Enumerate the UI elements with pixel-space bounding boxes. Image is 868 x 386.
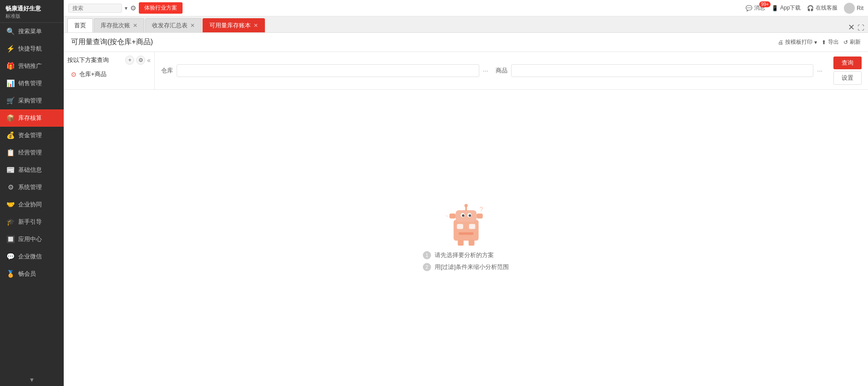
wechat-icon: 💬 <box>6 252 15 261</box>
add-scheme-btn[interactable]: + <box>125 56 134 65</box>
tab-close-icon[interactable]: ✕ <box>254 22 258 29</box>
search-input[interactable] <box>72 5 118 11</box>
online-service-button[interactable]: 🎧 在线客服 <box>807 4 838 12</box>
sidebar-item-label: 应用中心 <box>18 235 42 243</box>
settings-icon[interactable]: ⚙ <box>130 4 136 12</box>
warehouse-label: 仓库 <box>161 67 173 75</box>
scheme-item-icon: ⊙ <box>71 71 76 78</box>
svg-rect-1 <box>457 224 463 229</box>
sidebar-item-member[interactable]: 🏅 畅会员 <box>0 265 64 283</box>
filter-schemes-title: 按以下方案查询 <box>67 56 109 64</box>
sidebar-scroll-down[interactable]: ▼ <box>0 374 64 386</box>
print-action[interactable]: 🖨 按模板打印 ▾ <box>778 38 817 46</box>
query-button[interactable]: 查询 <box>833 57 862 69</box>
tab-summary[interactable]: 收发存汇总表 ✕ <box>145 18 202 32</box>
svg-rect-13 <box>457 240 463 246</box>
user-avatar[interactable]: Rit <box>844 3 863 14</box>
print-dropdown-icon[interactable]: ▾ <box>814 39 817 46</box>
svg-rect-5 <box>449 214 456 219</box>
sidebar-item-label: 采购管理 <box>18 97 42 105</box>
money-icon: 💰 <box>6 131 15 139</box>
sidebar-item-marketing[interactable]: 🎁 营销推广 <box>0 57 64 75</box>
guide-icon: 🎓 <box>6 218 15 226</box>
svg-text:?: ? <box>479 206 483 213</box>
window-close-icon[interactable]: ✕ <box>848 22 855 32</box>
main-area: ▾ ⚙ 体验行业方案 💬 消息 99+ 📱 App下载 🎧 在线客服 Rit <box>64 0 868 386</box>
sidebar-item-label: 企业微信 <box>18 252 42 261</box>
sidebar-item-search[interactable]: 🔍 搜索菜单 <box>0 23 64 40</box>
box-icon: 📦 <box>6 114 15 122</box>
warehouse-more-icon[interactable]: ··· <box>483 67 488 74</box>
newspaper-icon: 📰 <box>6 166 15 174</box>
tab-close-icon[interactable]: ✕ <box>133 22 137 29</box>
sidebar-nav: 🔍 搜索菜单 ⚡ 快捷导航 🎁 营销推广 📊 销售管理 🛒 采购管理 📦 库存核… <box>0 23 64 374</box>
mobile-icon: 📱 <box>772 5 778 11</box>
message-icon: 💬 <box>746 5 752 11</box>
sidebar-item-purchase[interactable]: 🛒 采购管理 <box>0 92 64 109</box>
filter-row: 仓库 ··· 商品 ··· 查询 设置 <box>161 57 862 85</box>
window-expand-icon[interactable]: ⛶ <box>858 24 864 31</box>
trial-button[interactable]: 体验行业方案 <box>139 2 183 14</box>
tab-label: 可用量库存账本 <box>209 21 251 30</box>
filter-schemes-header: 按以下方案查询 + ⚙ « <box>67 56 151 65</box>
warehouse-input[interactable] <box>177 64 479 77</box>
tab-inventory-batch[interactable]: 库存批次账 ✕ <box>94 18 144 32</box>
topbar-right: 💬 消息 99+ 📱 App下载 🎧 在线客服 Rit <box>746 3 863 14</box>
tab-label: 库存批次账 <box>101 21 130 30</box>
sidebar-item-inventory[interactable]: 📦 库存核算 <box>0 109 64 127</box>
tab-home[interactable]: 首页 <box>67 18 93 32</box>
empty-illustration: ? ~ <box>441 201 491 251</box>
sidebar-item-wechat[interactable]: 💬 企业微信 <box>0 248 64 265</box>
sidebar-item-sales[interactable]: 📊 销售管理 <box>0 75 64 92</box>
sidebar-item-label: 资金管理 <box>18 131 42 139</box>
sidebar-item-basics[interactable]: 📰 基础信息 <box>0 161 64 179</box>
export-label: 导出 <box>828 38 839 46</box>
sidebar-item-finance[interactable]: 💰 资金管理 <box>0 127 64 144</box>
refresh-action[interactable]: ↺ 刷新 <box>843 38 861 46</box>
cart-icon: 🛒 <box>6 97 15 105</box>
app-download-button[interactable]: 📱 App下载 <box>772 4 801 12</box>
export-action[interactable]: ⬆ 导出 <box>822 38 839 46</box>
goods-label: 商品 <box>496 67 508 75</box>
search-dropdown-btn[interactable]: ▾ <box>125 5 127 11</box>
collapse-icon[interactable]: « <box>147 57 151 64</box>
empty-hint-2: 2 用[过滤]条件来缩小分析范围 <box>423 263 509 271</box>
svg-rect-14 <box>468 240 474 246</box>
settings-button[interactable]: 设置 <box>833 71 862 85</box>
goods-input[interactable] <box>511 64 814 77</box>
goods-more-icon[interactable]: ··· <box>817 67 822 74</box>
sidebar-item-quicknav[interactable]: ⚡ 快捷导航 <box>0 40 64 57</box>
page-header: 可用量查询(按仓库+商品) 🖨 按模板打印 ▾ ⬆ 导出 ↺ 刷新 <box>64 33 868 52</box>
svg-point-12 <box>464 204 467 207</box>
headset-icon: 🎧 <box>807 5 814 11</box>
search-wrap <box>68 4 122 13</box>
sidebar-item-appstore[interactable]: 🔲 应用中心 <box>0 231 64 248</box>
topbar: ▾ ⚙ 体验行业方案 💬 消息 99+ 📱 App下载 🎧 在线客服 Rit <box>64 0 868 16</box>
app-version: 标准版 <box>5 13 58 20</box>
app-download-label: App下载 <box>780 4 801 12</box>
sidebar-item-enterprise[interactable]: 🤝 企业协同 <box>0 196 64 213</box>
tab-close-icon[interactable]: ✕ <box>190 22 195 29</box>
print-icon: 🖨 <box>778 39 783 46</box>
svg-rect-6 <box>476 214 482 219</box>
tab-available-qty[interactable]: 可用量库存账本 ✕ <box>203 18 265 32</box>
clipboard-icon: 📋 <box>6 149 15 157</box>
print-label: 按模板打印 <box>785 38 812 46</box>
refresh-label: 刷新 <box>850 38 861 46</box>
sidebar-item-label: 经营管理 <box>18 149 42 157</box>
scheme-item-warehouse[interactable]: ⊙ 仓库+商品 <box>67 67 151 81</box>
scheme-actions: + ⚙ « <box>125 56 151 65</box>
scheme-item-label: 仓库+商品 <box>79 70 107 78</box>
hint-num-2: 2 <box>423 263 431 271</box>
sidebar-item-newbie[interactable]: 🎓 新手引导 <box>0 213 64 231</box>
sidebar-item-system[interactable]: ⚙ 系统管理 <box>0 179 64 196</box>
edit-scheme-btn[interactable]: ⚙ <box>136 56 145 65</box>
svg-rect-3 <box>458 232 473 235</box>
empty-hint-1: 1 请先选择要分析的方案 <box>423 251 509 259</box>
message-button[interactable]: 💬 消息 99+ <box>746 4 765 12</box>
filter-fields-panel: 仓库 ··· 商品 ··· 查询 设置 <box>155 52 868 89</box>
sidebar-item-label: 畅会员 <box>18 270 36 278</box>
member-icon: 🏅 <box>6 270 15 278</box>
sidebar-item-operations[interactable]: 📋 经营管理 <box>0 144 64 161</box>
page-actions: 🖨 按模板打印 ▾ ⬆ 导出 ↺ 刷新 <box>778 38 861 46</box>
